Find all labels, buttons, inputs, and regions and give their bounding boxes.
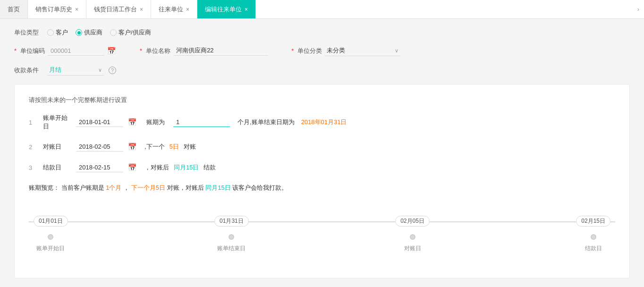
reconcile-date-cal-icon[interactable]: 📅	[128, 143, 137, 151]
preview-text: 账期预览： 当前客户账期是 1个月 ， 下一个月5日 对账，对账后 同月15日 …	[29, 184, 615, 202]
timeline-date-4: 02月15日	[576, 216, 610, 227]
payment-desc-prefix: ，对账后	[144, 163, 169, 172]
tab-home-label: 首页	[8, 5, 20, 14]
reconcile-desc-suffix: 对账	[184, 143, 196, 151]
radio-supplier-circle	[76, 29, 82, 36]
preview-label: 账期预览：	[29, 184, 59, 191]
step-2-label: 对账日	[43, 143, 71, 151]
tab-more-icon: ›	[637, 6, 639, 13]
step-1-label: 账单开始日	[43, 114, 71, 131]
preview-highlight2: 下一个月5日	[131, 184, 165, 191]
timeline-dot-2	[229, 234, 234, 240]
panel-hint: 请按照未来的一个完整帐期进行设置	[29, 96, 615, 104]
payment-cond-label: 收款条件	[14, 66, 39, 75]
category-chevron-icon: ∨	[395, 48, 398, 54]
setting-row-2: 2 对账日 📅 ,下一个 5日 对账	[29, 142, 615, 152]
tab-bar: 首页 销售订单历史 × 钱货日清工作台 × 往来单位 × 编辑往来单位 × ›	[0, 0, 644, 19]
close-tab-edit-icon[interactable]: ×	[245, 6, 248, 13]
timeline-node-2: 01月31日 账单结束日	[214, 216, 249, 253]
timeline-dot-4	[591, 234, 596, 240]
preview-text3: 对账，对账后	[167, 184, 204, 191]
unit-category-select[interactable]: 未分类 ∨	[325, 45, 400, 56]
unit-type-row: 单位类型 客户 供应商 客户/供应商	[14, 28, 630, 37]
code-required-star: *	[14, 47, 17, 54]
close-tab-partner-icon[interactable]: ×	[186, 6, 189, 13]
unit-name-group: * 单位名称	[140, 46, 268, 56]
radio-supplier-label: 供应商	[84, 28, 102, 37]
unit-code-calendar-icon[interactable]: 📅	[107, 47, 116, 55]
cat-required-star: *	[291, 47, 294, 54]
unit-type-label: 单位类型	[14, 28, 39, 37]
preview-highlight1: 1个月	[106, 184, 121, 191]
timeline-node-3: 02月05日 对账日	[395, 216, 430, 253]
period-end-text: 个月,账单结束日期为	[237, 118, 295, 127]
unit-name-label: 单位名称	[146, 47, 170, 55]
payment-desc-highlight: 同月15日	[174, 163, 199, 172]
radio-both-circle	[110, 29, 117, 36]
payment-chevron-icon: ∨	[98, 67, 102, 73]
settings-panel: 请按照未来的一个完整帐期进行设置 1 账单开始日 📅 账期为 个月,账单结束日期…	[14, 84, 630, 279]
timeline-date-3: 02月05日	[395, 216, 430, 227]
timeline-dot-3	[410, 234, 415, 240]
tab-sales-history-label: 销售订单历史	[35, 5, 72, 14]
radio-both[interactable]: 客户/供应商	[110, 28, 151, 37]
tab-cash-work[interactable]: 钱货日清工作台 ×	[86, 0, 151, 18]
page-content: 单位类型 客户 供应商 客户/供应商 * 单位编码 📅 * 单位名称	[0, 19, 644, 287]
payment-help-icon[interactable]: ?	[109, 67, 116, 74]
preview-text4: 该客户会给我打款。	[232, 184, 288, 191]
tab-sales-history[interactable]: 销售订单历史 ×	[28, 0, 86, 18]
preview-text1: 当前客户账期是	[61, 184, 104, 191]
timeline-label-3: 对账日	[404, 245, 421, 253]
timeline-label-1: 账单开始日	[36, 245, 65, 253]
unit-code-label: 单位编码	[20, 47, 45, 55]
timeline-label-4: 结款日	[585, 245, 602, 253]
close-tab-sales-icon[interactable]: ×	[75, 6, 78, 13]
timeline-nodes: 01月01日 账单开始日 01月31日 账单结束日 02月05日 对账日	[29, 216, 615, 253]
reconcile-date-input[interactable]	[76, 142, 123, 152]
setting-row-1: 1 账单开始日 📅 账期为 个月,账单结束日期为 2018年01月31日	[29, 114, 615, 131]
tab-partner-unit[interactable]: 往来单位 ×	[151, 0, 197, 18]
reconcile-desc-highlight: 5日	[169, 143, 179, 151]
step-2-num: 2	[29, 144, 38, 151]
tab-home[interactable]: 首页	[0, 0, 28, 18]
radio-customer-label: 客户	[56, 28, 68, 37]
preview-text2: ，	[123, 184, 129, 191]
tab-edit-partner-label: 编辑往来单位	[205, 5, 242, 14]
unit-info-row: * 单位编码 📅 * 单位名称 * 单位分类 未分类 ∨	[14, 45, 630, 56]
radio-customer[interactable]: 客户	[47, 28, 68, 37]
reconcile-desc-prefix: ,下一个	[144, 143, 165, 151]
unit-code-input[interactable]	[48, 46, 104, 56]
payment-date-cal-icon[interactable]: 📅	[128, 163, 137, 172]
tab-more-button[interactable]: ›	[633, 0, 644, 18]
unit-type-radio-group: 客户 供应商 客户/供应商	[47, 28, 151, 37]
tab-cash-work-label: 钱货日清工作台	[94, 5, 137, 14]
timeline-node-1: 01月01日 账单开始日	[34, 216, 68, 253]
radio-both-label: 客户/供应商	[119, 28, 151, 37]
unit-category-label: 单位分类	[297, 47, 322, 55]
start-date-cal-icon[interactable]: 📅	[128, 118, 137, 127]
unit-category-value: 未分类	[327, 46, 393, 55]
unit-name-input[interactable]	[173, 46, 268, 56]
timeline-date-2: 01月31日	[214, 216, 249, 227]
period-end-highlight: 2018年01月31日	[301, 118, 347, 127]
payment-cond-select[interactable]: 月结 ∨	[47, 65, 104, 76]
step-3-num: 3	[29, 164, 38, 171]
unit-code-group: * 单位编码 📅	[14, 46, 116, 56]
timeline-dot-1	[48, 234, 53, 240]
payment-date-input[interactable]	[76, 163, 123, 172]
timeline-node-4: 02月15日 结款日	[576, 216, 610, 253]
step-3-label: 结款日	[43, 163, 71, 172]
tab-partner-unit-label: 往来单位	[159, 5, 183, 14]
close-tab-cash-icon[interactable]: ×	[140, 6, 143, 13]
tab-edit-partner[interactable]: 编辑往来单位 ×	[197, 0, 256, 18]
period-input[interactable]	[173, 118, 230, 127]
timeline-label-2: 账单结束日	[217, 245, 246, 253]
radio-supplier[interactable]: 供应商	[76, 28, 102, 37]
setting-row-3: 3 结款日 📅 ，对账后 同月15日 结款	[29, 163, 615, 172]
name-required-star: *	[140, 47, 142, 54]
timeline-date-1: 01月01日	[34, 216, 68, 227]
payment-cond-row: 收款条件 月结 ∨ ?	[14, 65, 630, 76]
start-date-input[interactable]	[76, 118, 123, 127]
preview-highlight3: 同月15日	[205, 184, 230, 191]
payment-cond-value: 月结	[49, 66, 96, 74]
